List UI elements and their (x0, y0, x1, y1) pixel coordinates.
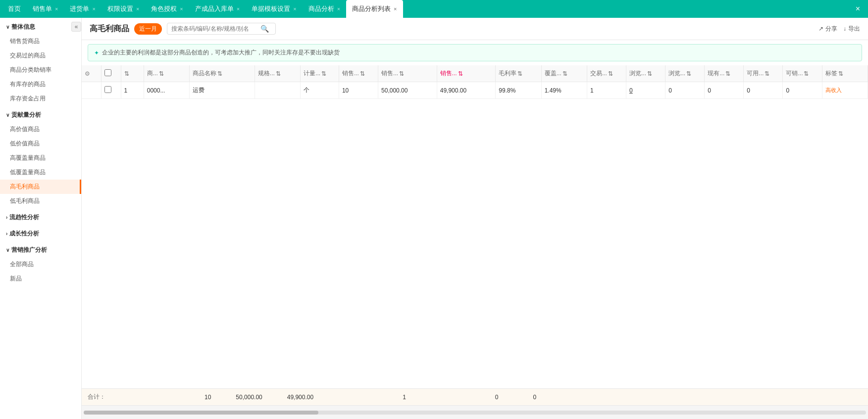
nav-item-permission[interactable]: 权限设置 × (102, 0, 145, 18)
close-window-button[interactable]: × (850, 4, 866, 13)
sidebar-collapse-button[interactable]: « (71, 22, 81, 32)
nav-item-role[interactable]: 角色授权 × (145, 0, 189, 18)
col-unit[interactable]: 计量...⇅ (301, 65, 339, 82)
close-finished-goods-tab[interactable]: × (237, 6, 240, 12)
sidebar-item-low-margin[interactable]: 低毛利商品 (0, 194, 81, 208)
cell-index: 1 (121, 82, 144, 99)
col-browse1[interactable]: 浏览...⇅ (626, 65, 665, 82)
data-table: ⚙ ⇅ 商...⇅ 商品名称⇅ (82, 65, 868, 99)
total-current-stock: 0 (495, 394, 499, 401)
trend-group-arrow: › (6, 215, 7, 220)
export-icon: ↓ (843, 25, 846, 32)
sidebar-group-trend-title[interactable]: › 流趋性分析 (0, 210, 81, 225)
nav-item-home[interactable]: 首页 (2, 0, 27, 18)
nav-item-template[interactable]: 单据模板设置 × (246, 0, 302, 18)
totals-bar: 合计： 10 50,000.00 49,900.00 1 0 0 (82, 388, 868, 405)
col-available[interactable]: 可用...⇅ (744, 65, 783, 82)
sidebar-item-high-coverage[interactable]: 高覆盖量商品 (0, 151, 81, 165)
col-gross-margin[interactable]: 毛利率⇅ (496, 65, 541, 82)
col-sales-profit[interactable]: 销售...⇅ (437, 65, 496, 82)
total-sales-profit: 49,900.00 (287, 394, 313, 401)
nav-item-sales[interactable]: 销售单 × (27, 0, 64, 18)
sidebar-item-new-goods[interactable]: 新品 (0, 272, 81, 286)
sidebar-group-trend: › 流趋性分析 (0, 210, 81, 225)
cell-sales-profit: 49,900.00 (437, 82, 496, 99)
col-trade[interactable]: 交易...⇅ (587, 65, 626, 82)
sidebar-item-low-value[interactable]: 低价值商品 (0, 137, 81, 151)
settings-icon[interactable]: ⚙ (85, 70, 90, 77)
sidebar-item-high-margin[interactable]: 高毛利商品 (0, 180, 81, 194)
sidebar-item-traded-goods[interactable]: 交易过的商品 (0, 48, 81, 63)
table-container[interactable]: ⚙ ⇅ 商...⇅ 商品名称⇅ (82, 65, 868, 419)
sidebar-item-category-rate[interactable]: 商品分类助销率 (0, 63, 81, 77)
sidebar-item-in-stock[interactable]: 有库存的商品 (0, 77, 81, 92)
select-all-checkbox[interactable] (104, 69, 111, 76)
top-nav-bar: 首页 销售单 × 进货单 × 权限设置 × 角色授权 × 产成品入库单 × 单据… (0, 0, 868, 18)
sidebar-group-growth: › 成长性分析 (0, 227, 81, 241)
col-checkbox[interactable] (102, 65, 121, 82)
close-template-tab[interactable]: × (293, 6, 296, 12)
close-permission-tab[interactable]: × (136, 6, 139, 12)
overall-group-arrow: ∨ (6, 24, 9, 30)
close-analysis-list-tab[interactable]: × (394, 6, 397, 12)
sidebar-item-all-goods[interactable]: 全部商品 (0, 257, 81, 272)
close-role-tab[interactable]: × (180, 6, 183, 12)
col-spec[interactable]: 规格...⇅ (255, 65, 300, 82)
nav-item-purchase[interactable]: 进货单 × (64, 0, 101, 18)
cell-browse1[interactable]: 0 (626, 82, 665, 99)
sidebar-item-stock-funds[interactable]: 库存资金占用 (0, 92, 81, 106)
sidebar-group-growth-title[interactable]: › 成长性分析 (0, 227, 81, 241)
sidebar-group-marketing: ∨ 营销推广分析 全部商品 新品 (0, 243, 81, 286)
close-sales-tab[interactable]: × (55, 6, 58, 12)
scroll-track[interactable] (84, 411, 866, 415)
cell-gross-margin: 99.8% (496, 82, 541, 99)
header-actions: ↗ 分享 ↓ 导出 (818, 25, 860, 33)
total-sales-qty: 10 (204, 394, 211, 401)
col-sales-amount[interactable]: 销售...⇅ (378, 65, 437, 82)
time-filter-button[interactable]: 近一月 (134, 23, 162, 35)
col-sellable[interactable]: 可销...⇅ (783, 65, 822, 82)
cell-browse2: 0 (665, 82, 705, 99)
sidebar: « ∨ 整体信息 销售货商品 交易过的商品 商品分类助销率 有库存的商品 库存资… (0, 18, 82, 419)
col-browse2[interactable]: 浏览...⇅ (665, 65, 705, 82)
col-settings[interactable]: ⚙ (82, 65, 102, 82)
total-sales-amount: 50,000.00 (236, 394, 262, 401)
cell-sales-amount: 50,000.00 (378, 82, 437, 99)
row-checkbox[interactable] (104, 86, 111, 93)
close-purchase-tab[interactable]: × (92, 6, 95, 12)
cell-checkbox[interactable] (102, 82, 121, 99)
col-sales-qty[interactable]: 销售...⇅ (339, 65, 378, 82)
marketing-group-arrow: ∨ (6, 247, 9, 253)
scroll-thumb[interactable] (84, 411, 318, 415)
col-name[interactable]: 商品名称⇅ (190, 65, 255, 82)
col-code[interactable]: 商...⇅ (144, 65, 189, 82)
close-analysis-tab[interactable]: × (337, 6, 340, 12)
sidebar-group-marketing-title[interactable]: ∨ 营销推广分析 (0, 243, 81, 257)
share-button[interactable]: ↗ 分享 (818, 25, 837, 33)
col-tag[interactable]: 标签⇅ (822, 65, 868, 82)
cell-coverage: 1.49% (541, 82, 587, 99)
nav-item-analysis-list[interactable]: 商品分析列表 × (346, 0, 403, 18)
cell-settings (82, 82, 102, 99)
nav-item-finished-goods[interactable]: 产成品入库单 × (189, 0, 246, 18)
export-button[interactable]: ↓ 导出 (843, 25, 860, 33)
cell-available: 0 (744, 82, 783, 99)
horizontal-scrollbar[interactable] (82, 405, 868, 419)
main-layout: « ∨ 整体信息 销售货商品 交易过的商品 商品分类助销率 有库存的商品 库存资… (0, 18, 868, 419)
sidebar-group-overall-title[interactable]: ∨ 整体信息 (0, 20, 81, 34)
search-box: 🔍 (167, 23, 276, 35)
sidebar-item-high-value[interactable]: 高价值商品 (0, 122, 81, 137)
cell-trade: 1 (587, 82, 626, 99)
col-coverage[interactable]: 覆盖...⇅ (541, 65, 587, 82)
col-current-stock[interactable]: 现有...⇅ (705, 65, 744, 82)
sidebar-group-contribution-title[interactable]: ∨ 贡献量分析 (0, 108, 81, 122)
search-icon[interactable]: 🔍 (260, 25, 269, 33)
nav-item-analysis[interactable]: 商品分析 × (303, 0, 346, 18)
cell-unit: 个 (301, 82, 339, 99)
sidebar-item-sales-goods[interactable]: 销售货商品 (0, 34, 81, 48)
cell-name[interactable]: 运费 (190, 82, 255, 99)
table-header-row: ⚙ ⇅ 商...⇅ 商品名称⇅ (82, 65, 868, 82)
cell-tag: 高收入 (822, 82, 868, 99)
sidebar-item-low-coverage[interactable]: 低覆盖量商品 (0, 165, 81, 180)
search-input[interactable] (171, 25, 260, 32)
